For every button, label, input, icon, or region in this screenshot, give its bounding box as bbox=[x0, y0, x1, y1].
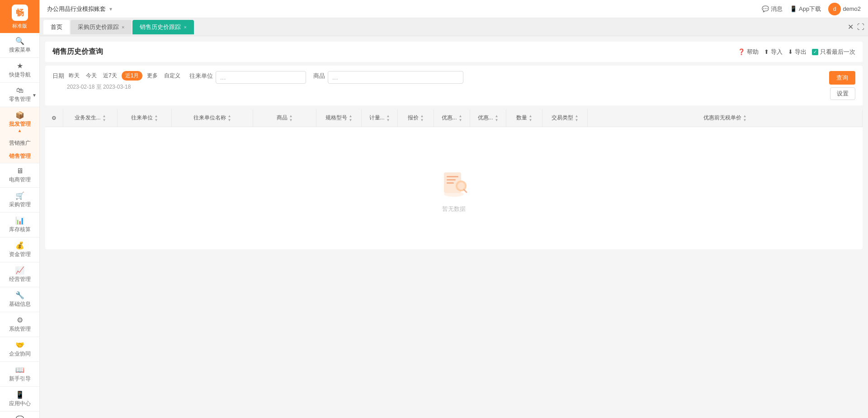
sidebar-item-operations[interactable]: 📈 经营管理 bbox=[0, 262, 39, 287]
maximize-button[interactable]: ⛶ bbox=[857, 23, 864, 31]
table-header: ⚙ 业务发生... ▲▼ 往来单位 ▲▼ 往来单位名称 ▲▼ 商品 ▲▼ bbox=[45, 109, 863, 127]
export-icon: ⬇ bbox=[788, 48, 793, 55]
sidebar-item-retail[interactable]: 🛍 零售管理 ▼ bbox=[0, 83, 39, 107]
th-partner-name-label: 往来单位名称 bbox=[193, 114, 226, 122]
sidebar-item-purchase[interactable]: 🛒 采购管理 bbox=[0, 188, 39, 213]
settings-icon: ⚙ bbox=[52, 115, 57, 121]
th-disc1[interactable]: 优惠... ▲▼ bbox=[434, 109, 470, 127]
th-unit[interactable]: 计量... ▲▼ bbox=[362, 109, 398, 127]
import-icon: ⬆ bbox=[764, 48, 769, 55]
company-title: 办公用品行业模拟账套 bbox=[47, 5, 106, 13]
chevron-up-icon: ▲ bbox=[18, 128, 22, 133]
tab-purchase-history[interactable]: 采购历史价跟踪 × bbox=[71, 20, 132, 34]
th-partner-label: 往来单位 bbox=[131, 114, 153, 122]
th-date-label: 业务发生... bbox=[75, 114, 101, 122]
sidebar-search[interactable]: 🔍 搜索菜单 bbox=[0, 33, 39, 58]
query-button[interactable]: 查询 bbox=[829, 71, 855, 85]
close-tab-purchase-icon[interactable]: × bbox=[122, 24, 124, 30]
only-last-checkbox[interactable]: ✓ 只看最后一次 bbox=[812, 48, 855, 56]
date-opt-more[interactable]: 更多 bbox=[145, 71, 160, 81]
th-trade-type[interactable]: 交易类型 ▲▼ bbox=[542, 109, 588, 127]
message-button[interactable]: 💬 消息 bbox=[762, 5, 783, 13]
purchase-icon: 🛒 bbox=[15, 191, 24, 200]
sort-disc2-icon: ▲▼ bbox=[495, 114, 499, 122]
th-unit-label: 计量... bbox=[369, 114, 385, 122]
svg-rect-3 bbox=[447, 179, 456, 180]
sidebar-item-wholesale[interactable]: 📦 批发管理 ▲ bbox=[0, 107, 39, 137]
company-dropdown-button[interactable]: ▾ bbox=[109, 6, 112, 12]
th-product-label: 商品 bbox=[277, 114, 288, 122]
export-label: 导出 bbox=[795, 48, 807, 56]
sidebar-sub-sales[interactable]: 销售管理 bbox=[0, 150, 39, 163]
import-button[interactable]: ⬆ 导入 bbox=[764, 48, 783, 56]
th-spec[interactable]: 规格型号 ▲▼ bbox=[316, 109, 362, 127]
settings-button[interactable]: 设置 bbox=[830, 87, 855, 100]
sort-date-icon: ▲▼ bbox=[103, 114, 106, 122]
import-label: 导入 bbox=[771, 48, 783, 56]
sidebar-item-inventory[interactable]: 📊 库存核算 bbox=[0, 213, 39, 238]
inventory-icon: 📊 bbox=[15, 216, 24, 225]
th-notax-price[interactable]: 优惠前无税单价 ▲▼ bbox=[588, 109, 863, 127]
th-date[interactable]: 业务发生... ▲▼ bbox=[63, 109, 118, 127]
sidebar: 畅 标准版 🔍 搜索菜单 ★ 快捷导航 🛍 零售管理 ▼ 📦 批发管理 ▲ 营销… bbox=[0, 0, 40, 418]
th-price[interactable]: 报价 ▲▼ bbox=[398, 109, 434, 127]
svg-point-6 bbox=[458, 182, 465, 190]
product-label: 商品 bbox=[313, 71, 325, 80]
help-icon: ❓ bbox=[738, 48, 745, 55]
svg-rect-2 bbox=[447, 176, 458, 177]
user-profile-button[interactable]: d demo2 bbox=[828, 3, 861, 15]
sidebar-item-system[interactable]: ⚙ 系统管理 bbox=[0, 312, 39, 337]
app-download-label: App下载 bbox=[799, 5, 821, 13]
th-product[interactable]: 商品 ▲▼ bbox=[253, 109, 316, 127]
th-settings[interactable]: ⚙ bbox=[45, 109, 63, 127]
help-button[interactable]: ❓ 帮助 bbox=[738, 48, 759, 56]
ecommerce-icon: 🖥 bbox=[16, 167, 24, 175]
sidebar-item-cooperation[interactable]: 🤝 企业协同 bbox=[0, 337, 39, 362]
date-options: 昨天 今天 近7天 近1月 更多 自定义 bbox=[67, 71, 182, 81]
retail-label: 零售管理 bbox=[9, 95, 31, 103]
th-disc2[interactable]: 优惠... ▲▼ bbox=[470, 109, 506, 127]
date-opt-custom[interactable]: 自定义 bbox=[162, 71, 182, 81]
th-partner[interactable]: 往来单位 ▲▼ bbox=[118, 109, 172, 127]
sidebar-item-app-center[interactable]: 📱 应用中心 bbox=[0, 387, 39, 412]
sort-qty-icon: ▲▼ bbox=[529, 114, 533, 122]
tab-sales-history[interactable]: 销售历史价跟踪 × bbox=[132, 20, 193, 34]
product-input[interactable]: ... bbox=[328, 71, 463, 84]
sidebar-logo-text: 标准版 bbox=[12, 23, 27, 29]
sidebar-logo: 畅 标准版 bbox=[0, 0, 39, 33]
tab-home[interactable]: 首页 bbox=[43, 20, 70, 34]
sort-partner-icon: ▲▼ bbox=[155, 114, 158, 122]
date-opt-yesterday[interactable]: 昨天 bbox=[67, 71, 81, 81]
date-opt-last7days[interactable]: 近7天 bbox=[101, 71, 119, 81]
th-qty[interactable]: 数量 ▲▼ bbox=[506, 109, 542, 127]
table-container: ⚙ 业务发生... ▲▼ 往来单位 ▲▼ 往来单位名称 ▲▼ 商品 ▲▼ bbox=[45, 109, 863, 249]
date-filter-group: 昨天 今天 近7天 近1月 更多 自定义 2023-02-18 至 2023-0… bbox=[67, 71, 182, 91]
sort-notax-price-icon: ▲▼ bbox=[743, 114, 747, 122]
system-icon: ⚙ bbox=[17, 316, 23, 324]
sidebar-item-wechat[interactable]: 💬 企业微信 bbox=[0, 412, 39, 418]
close-all-tabs-button[interactable]: ✕ bbox=[848, 23, 854, 31]
svg-line-7 bbox=[464, 190, 467, 192]
wechat-icon: 💬 bbox=[15, 415, 24, 418]
tabs-bar: 首页 采购历史价跟踪 × 销售历史价跟踪 × ✕ ⛶ bbox=[40, 18, 868, 36]
close-tab-sales-icon[interactable]: × bbox=[184, 24, 186, 30]
sidebar-item-finance[interactable]: 💰 资金管理 bbox=[0, 238, 39, 262]
date-range: 2023-02-18 至 2023-03-18 bbox=[67, 83, 182, 91]
basics-icon: 🔧 bbox=[15, 291, 24, 299]
sidebar-item-guide[interactable]: 📖 新手引导 bbox=[0, 362, 39, 387]
th-partner-name[interactable]: 往来单位名称 ▲▼ bbox=[172, 109, 253, 127]
partner-input[interactable]: ... bbox=[216, 71, 306, 84]
retail-icon: 🛍 bbox=[16, 86, 24, 95]
export-button[interactable]: ⬇ 导出 bbox=[788, 48, 807, 56]
date-opt-today[interactable]: 今天 bbox=[84, 71, 99, 81]
th-price-label: 报价 bbox=[408, 114, 419, 122]
star-icon: ★ bbox=[17, 62, 23, 70]
sidebar-item-ecommerce[interactable]: 🖥 电商管理 bbox=[0, 163, 39, 188]
sidebar-item-quick-nav[interactable]: ★ 快捷导航 bbox=[0, 58, 39, 83]
th-disc2-label: 优惠... bbox=[478, 114, 493, 122]
sidebar-sub-marketing[interactable]: 营销推广 bbox=[0, 137, 39, 150]
sidebar-item-basics[interactable]: 🔧 基础信息 bbox=[0, 287, 39, 312]
date-opt-last1month[interactable]: 近1月 bbox=[122, 71, 143, 81]
th-qty-label: 数量 bbox=[516, 114, 527, 122]
app-download-button[interactable]: 📱 App下载 bbox=[790, 5, 821, 13]
